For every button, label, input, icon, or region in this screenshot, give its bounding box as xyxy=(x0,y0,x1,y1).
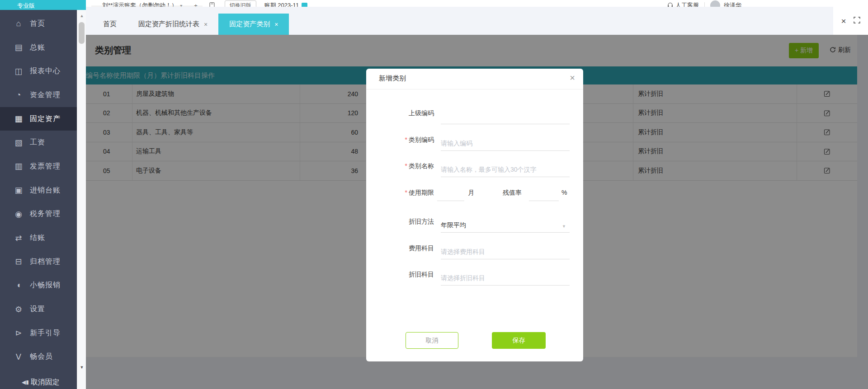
scroll-down-icon[interactable]: ▼ xyxy=(77,365,86,370)
tabbar-actions: × xyxy=(833,7,868,35)
support-link[interactable]: 人工客服 xyxy=(675,1,699,7)
sidebar: ⌂ 首页 ▤ 总账 ◫ 报表中心 ◔ 资金管理 xyxy=(0,10,77,389)
field-category-name: *类别名称 请输入名称，最多可输入30个汉字 xyxy=(366,159,583,175)
dropdown-caret-icon: ▼ xyxy=(562,224,566,229)
useful-life-input[interactable] xyxy=(437,185,464,201)
tab-asset-category[interactable]: 固定资产类别 × xyxy=(218,14,289,35)
tab-asset-category-close-icon[interactable]: × xyxy=(274,21,278,28)
category-code-input[interactable]: 请输入编码 xyxy=(441,132,570,151)
save-button[interactable]: 保存 xyxy=(492,332,546,349)
accounting-period[interactable]: 账期 2023-11 xyxy=(264,1,299,7)
divider xyxy=(704,2,705,7)
unpin-icon: ◀▮ xyxy=(22,379,29,385)
topbar: 刘**演示账套（勿删勿动！）▾ + 切换旧版 账期 2023-11 人工客服 徐… xyxy=(86,0,868,7)
expense-account-input[interactable]: 请选择费用科目 xyxy=(441,241,570,259)
sidebar-item-settings[interactable]: ⚙ 设置 xyxy=(0,297,77,321)
tab-depreciation-stats-close-icon[interactable]: × xyxy=(204,21,208,28)
depreciation-method-select[interactable]: 年限平均 ▼ xyxy=(441,214,570,233)
field-depreciation-account: 折旧科目 请选择折旧科目 xyxy=(366,267,583,283)
depreciation-account-input[interactable]: 请选择折旧科目 xyxy=(441,267,570,286)
settings-icon: ⚙ xyxy=(13,305,24,314)
account-underline xyxy=(91,6,203,6)
sidebar-item-fund-management[interactable]: ◔ 资金管理 xyxy=(0,83,77,107)
add-category-dialog: 新增类别 × 上级编码 *类别编码 请输入编码 *类别名称 请输入名称，最多可输… xyxy=(366,69,583,361)
home-icon: ⌂ xyxy=(13,19,24,28)
calendar-icon[interactable] xyxy=(302,3,307,7)
dialog-title: 新增类别 xyxy=(379,74,406,83)
sidebar-item-chang-member[interactable]: Ⅴ 畅会员 xyxy=(0,345,77,369)
fund-management-icon: ◔ xyxy=(13,90,24,100)
dialog-close-icon[interactable]: × xyxy=(570,73,575,82)
sidebar-menu: ⌂ 首页 ▤ 总账 ◫ 报表中心 ◔ 资金管理 xyxy=(0,10,77,369)
fixed-assets-icon: ▦ xyxy=(13,114,24,124)
switch-version-button[interactable]: 切换旧版 xyxy=(225,0,256,7)
parent-code-label: 上级编码 xyxy=(366,109,434,117)
xiaochang-reimburse-icon: ◖ xyxy=(13,281,24,290)
sidebar-item-purchase-sales-ledger[interactable]: ▣ 进销台账 xyxy=(0,178,77,202)
depreciation-account-label: 折旧科目 xyxy=(366,271,434,279)
invoice-management-icon: ▥ xyxy=(13,161,24,171)
payroll-icon: ▧ xyxy=(13,138,24,148)
sidebar-item-archive-management[interactable]: ⊟ 归档管理 xyxy=(0,250,77,274)
close-all-tabs-icon[interactable]: × xyxy=(841,17,846,25)
brand-block: 专业版 xyxy=(0,0,86,10)
depreciation-method-label: 折旧方法 xyxy=(366,218,434,226)
field-useful-life: *使用期限 月 残值率 % xyxy=(366,185,583,202)
report-center-icon: ◫ xyxy=(13,66,24,76)
sidebar-scrollbar[interactable]: ▲ ▼ xyxy=(77,10,86,389)
residual-rate-unit: % xyxy=(561,189,567,196)
user-name[interactable]: 徐泽华 xyxy=(724,1,741,7)
field-expense-account: 费用科目 请选择费用科目 xyxy=(366,241,583,257)
avatar[interactable] xyxy=(710,0,720,7)
sidebar-item-invoice-management[interactable]: ▥ 发票管理 xyxy=(0,155,77,178)
field-depreciation-method: 折旧方法 年限平均 ▼ xyxy=(366,214,583,230)
sidebar-item-report-center[interactable]: ◫ 报表中心 xyxy=(0,59,77,83)
category-code-label: *类别编码 xyxy=(366,136,434,144)
residual-rate-label: 残值率 xyxy=(503,189,522,197)
scroll-up-icon[interactable]: ▲ xyxy=(77,14,86,18)
required-mark: * xyxy=(405,162,407,169)
sidebar-item-general-ledger[interactable]: ▤ 总账 xyxy=(0,36,77,60)
category-name-input[interactable]: 请输入名称，最多可输入30个汉字 xyxy=(441,159,570,177)
field-parent-code: 上级编码 xyxy=(366,106,583,122)
general-ledger-icon: ▤ xyxy=(13,42,24,52)
purchase-sales-ledger-icon: ▣ xyxy=(13,185,24,195)
unpin-sidebar-button[interactable]: ◀▮ 取消固定 xyxy=(22,376,60,388)
category-name-label: *类别名称 xyxy=(366,162,434,170)
scrollbar-thumb[interactable] xyxy=(79,22,85,44)
expense-account-label: 费用科目 xyxy=(366,244,434,253)
tab-list: 首页 × 固定资产折旧统计表 × 固定资产类别 × xyxy=(92,14,289,35)
archive-management-icon: ⊟ xyxy=(13,257,24,267)
tabbar: 首页 × 固定资产折旧统计表 × 固定资产类别 × × xyxy=(86,7,868,35)
cancel-button[interactable]: 取消 xyxy=(406,332,458,349)
tab-home[interactable]: 首页 × xyxy=(92,14,127,35)
sidebar-item-beginner-guide[interactable]: ⊳ 新手引导 xyxy=(0,321,77,345)
sidebar-item-home[interactable]: ⌂ 首页 xyxy=(0,12,77,36)
tab-depreciation-stats[interactable]: 固定资产折旧统计表 × xyxy=(127,14,218,35)
useful-life-unit: 月 xyxy=(468,189,474,197)
beginner-guide-icon: ⊳ xyxy=(13,328,24,338)
residual-rate-input[interactable] xyxy=(529,185,559,201)
calculator-icon[interactable] xyxy=(209,2,215,7)
tax-management-icon: ◉ xyxy=(13,209,24,219)
parent-code-input[interactable] xyxy=(441,106,570,124)
fullscreen-icon[interactable] xyxy=(854,17,860,25)
dialog-header: 新增类别 × xyxy=(366,69,583,89)
sidebar-item-closing[interactable]: ⇄ 结账 xyxy=(0,226,77,250)
app-window: 刘**演示账套（勿删勿动！）▾ + 切换旧版 账期 2023-11 人工客服 徐… xyxy=(0,0,868,389)
edition-label: 专业版 xyxy=(17,2,35,10)
sidebar-item-xiaochang-reimburse[interactable]: ◖ 小畅报销 xyxy=(0,274,77,298)
headset-icon xyxy=(667,2,673,7)
sidebar-item-fixed-assets[interactable]: ▦ 固定资产 xyxy=(0,107,77,131)
sidebar-item-tax-management[interactable]: ◉ 税务管理 xyxy=(0,202,77,226)
required-mark: * xyxy=(405,189,407,196)
useful-life-label: *使用期限 xyxy=(366,189,434,197)
required-mark: * xyxy=(405,136,407,143)
field-category-code: *类别编码 请输入编码 xyxy=(366,132,583,149)
chang-member-icon: Ⅴ xyxy=(13,352,24,362)
sidebar-item-payroll[interactable]: ▧ 工资 xyxy=(0,131,77,155)
closing-icon: ⇄ xyxy=(13,233,24,243)
